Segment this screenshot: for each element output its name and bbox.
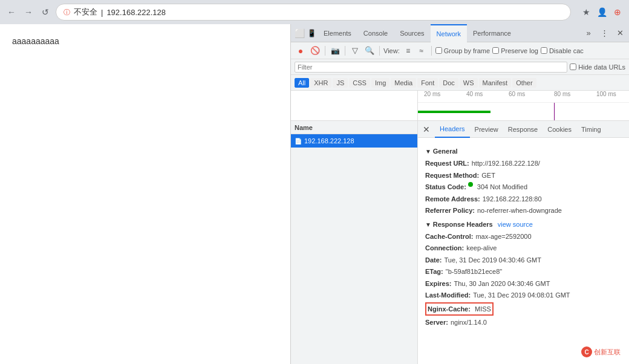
camera-button[interactable]: 📷 [329,45,341,57]
inspect-element-btn[interactable]: ⬜ [293,27,305,39]
watermark-text: 创新互联 [594,348,621,357]
filter-button[interactable]: ▽ [349,45,361,57]
address-separator: | [101,8,103,17]
connection-value: keep-alive [466,243,497,253]
cache-control-name: Cache-Control: [425,232,473,242]
filter-manifest[interactable]: Manifest [479,78,512,88]
filter-all[interactable]: All [295,78,309,88]
waterfall-view-button[interactable]: ≈ [416,45,428,57]
search-button[interactable]: 🔍 [363,45,376,57]
tab-sources[interactable]: Sources [394,24,430,42]
timeline-bar-area [418,103,629,120]
account-button[interactable]: 👤 [595,5,608,19]
timeline-right: 20 ms 40 ms 60 ms 80 ms 100 ms [418,91,629,120]
back-button[interactable]: ← [5,5,18,19]
filter-other[interactable]: Other [512,78,536,88]
timeline-purple-line [554,103,555,120]
tab-headers[interactable]: Headers [435,121,470,138]
disable-cache-checkbox[interactable]: Disable cac [541,47,584,54]
tab-response[interactable]: Response [503,121,543,138]
close-headers-button[interactable]: ✕ [420,123,432,135]
devtools-tab-more: » ⋮ ✕ [582,27,627,40]
filter-js[interactable]: JS [333,78,348,88]
nginx-cache-value: MISS [475,305,491,313]
filter-ws[interactable]: WS [460,78,478,88]
devtools-close-button[interactable]: ✕ [613,27,627,40]
forward-button[interactable]: → [22,5,35,19]
file-icon: 📄 [295,138,302,145]
network-toolbar-2: Hide data URLs [291,59,629,75]
tab-console[interactable]: Console [357,24,394,42]
devtools-tabs-bar: ⬜ 📱 Elements Console Sources Network Per… [291,24,629,42]
network-request-list: Name 📄 192.168.222.128 [291,121,418,364]
status-code-value: 304 Not Modified [477,182,527,192]
network-timeline: 20 ms 40 ms 60 ms 80 ms 100 ms [291,91,629,121]
timeline-mark-60: 60 ms [509,91,525,97]
group-by-frame-checkbox[interactable]: Group by frame [435,47,490,54]
group-by-frame-label: Group by frame [444,47,490,54]
filter-xhr[interactable]: XHR [310,78,331,88]
tab-cookies[interactable]: Cookies [543,121,576,138]
filter-media[interactable]: Media [391,78,416,88]
tab-preview[interactable]: Preview [470,121,503,138]
toolbar-divider-1 [325,46,325,56]
preserve-log-input[interactable] [492,47,499,54]
filter-doc[interactable]: Doc [439,78,458,88]
headers-tabs-bar: ✕ Headers Preview Response Cookies Timin… [418,121,629,138]
clear-button[interactable]: 🚫 [309,45,321,57]
filter-img[interactable]: Img [371,78,389,88]
address-bar[interactable]: ⓘ 不安全 | 192.168.222.128 [56,4,571,21]
network-list-header: Name [291,121,417,134]
filter-input[interactable] [295,62,567,73]
server-name: Server: [425,317,448,328]
preserve-log-label: Preserve log [501,47,538,54]
preserve-log-checkbox[interactable]: Preserve log [492,47,538,54]
network-list-item[interactable]: 📄 192.168.222.128 [291,134,417,148]
tab-elements[interactable]: Elements [318,24,357,42]
toolbar-divider-4 [431,46,432,56]
security-icon: ⓘ [64,8,70,17]
timeline-mark-20: 20 ms [424,91,440,97]
filter-font[interactable]: Font [417,78,438,88]
nginx-cache-row: Nginx-Cache: MISS [425,302,622,316]
expires-name: Expires: [425,279,451,289]
general-section-title: General [425,148,622,155]
hide-data-urls-checkbox[interactable]: Hide data URLs [570,63,625,71]
hide-data-urls-input[interactable] [570,63,576,70]
cache-control-value: max-age=2592000 [475,232,531,242]
tab-network[interactable]: Network [431,24,467,42]
connection-name: Connection: [425,243,464,253]
record-button[interactable]: ● [295,45,307,57]
list-view-button[interactable]: ≡ [402,45,414,57]
remote-address-name: Remote Address: [425,194,480,204]
browser-actions: ★ 👤 ⊕ [579,5,624,19]
request-url-row: Request URL: http://192.168.222.128/ [425,158,622,169]
main-area: aaaaaaaaaa ⬜ 📱 Elements Console Sources … [0,24,629,364]
nginx-cache-highlighted: Nginx-Cache: MISS [425,302,494,316]
request-url-value: http://192.168.222.128/ [472,158,540,169]
tab-performance[interactable]: Performance [467,24,517,42]
watermark-logo: C [581,346,592,357]
network-main: Name 📄 192.168.222.128 ✕ Headers Preview… [291,121,629,364]
update-button[interactable]: ⊕ [611,5,624,19]
tab-timing[interactable]: Timing [576,121,606,138]
etag-row: ETag: "b-59af81b21ece8" [425,267,622,277]
headers-panel: ✕ Headers Preview Response Cookies Timin… [418,121,629,364]
status-code-row: Status Code: 304 Not Modified [425,182,622,192]
remote-address-value: 192.168.222.128:80 [483,194,542,204]
reload-button[interactable]: ↺ [39,5,52,19]
watermark: C 创新互联 [578,345,624,359]
group-by-frame-input[interactable] [435,47,442,54]
bookmark-button[interactable]: ★ [579,5,593,19]
last-modified-name: Last-Modified: [425,290,471,301]
device-toolbar-btn[interactable]: 📱 [305,27,318,39]
filter-type-buttons: All XHR JS CSS Img Media Font Doc WS Man… [291,75,629,91]
filter-css[interactable]: CSS [349,78,370,88]
headers-content: General Request URL: http://192.168.222.… [418,138,629,334]
more-tabs-button[interactable]: » [582,27,595,40]
disable-cache-input[interactable] [541,47,547,54]
remote-address-row: Remote Address: 192.168.222.128:80 [425,194,622,204]
devtools-settings-button[interactable]: ⋮ [598,27,611,40]
timeline-mark-40: 40 ms [466,91,483,97]
view-source-link[interactable]: view source [498,221,533,228]
